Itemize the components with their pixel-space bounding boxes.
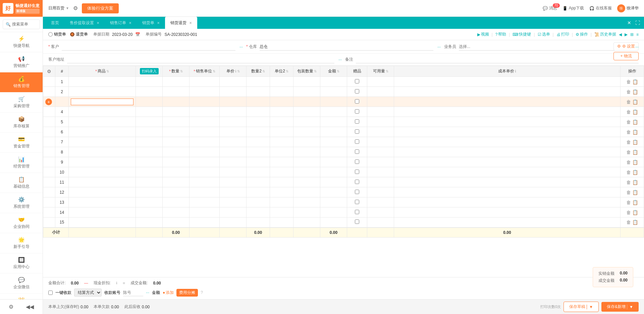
- operate-button[interactable]: ⚙ 操作: [576, 32, 588, 37]
- cell-pack-2[interactable]: [293, 87, 320, 97]
- cell-amount-1[interactable]: [320, 77, 347, 87]
- delete-row-2-button[interactable]: 🗑: [626, 89, 631, 95]
- view-table-button[interactable]: ⊞: [630, 32, 634, 37]
- fee-split-button[interactable]: 费用分摊: [176, 289, 198, 297]
- sort-qty2-icon[interactable]: ⇅: [262, 69, 265, 73]
- save-draft-button[interactable]: 保存草稿 ▼: [564, 302, 599, 312]
- delete-row-3-button[interactable]: 🗑: [626, 99, 631, 105]
- tab-close-icon[interactable]: ✕: [157, 21, 160, 25]
- user-menu[interactable]: 徐 徐泽华: [617, 4, 639, 12]
- gift-checkbox[interactable]: [355, 180, 359, 184]
- sidebar-item-inventory[interactable]: 📦 库存核算: [0, 113, 43, 133]
- delete-button[interactable]: 🗑: [626, 109, 631, 115]
- cell-gift-2[interactable]: [347, 87, 367, 97]
- sort-product-icon[interactable]: ⇅: [106, 69, 109, 73]
- cell-qty2-1[interactable]: [247, 77, 270, 87]
- settlement-method-select[interactable]: 结算方式: [74, 289, 102, 297]
- warehouse-picker-icon[interactable]: ···: [437, 45, 441, 49]
- add-row-button[interactable]: +: [45, 99, 52, 105]
- tab-sale-price[interactable]: 售价提取设置 ✕: [64, 17, 105, 29]
- copy-button[interactable]: 📋: [632, 139, 638, 145]
- tab-sale-return[interactable]: 销货退货 ✕: [165, 17, 197, 29]
- experience-btn[interactable]: 体验行业方案: [82, 3, 119, 13]
- copy-button[interactable]: 📋: [632, 129, 638, 135]
- print-button[interactable]: 🖨 打印: [556, 32, 569, 37]
- gift-checkbox-2[interactable]: [355, 89, 359, 93]
- salesperson-input[interactable]: [459, 43, 631, 51]
- save-new-button[interactable]: 保存&新增 ▼: [601, 302, 639, 312]
- sidebar-item-purchase[interactable]: 🛒 采购管理: [0, 92, 43, 113]
- address-input[interactable]: [67, 56, 334, 63]
- help-button[interactable]: ? 帮助: [495, 32, 506, 37]
- gift-checkbox[interactable]: [355, 219, 359, 224]
- sidebar-item-enterprise[interactable]: 🤝 企业协同: [0, 213, 43, 233]
- cell-qty2-2[interactable]: [247, 87, 270, 97]
- save-new-arrow-icon[interactable]: ▼: [627, 305, 633, 309]
- delete-button[interactable]: 🗑: [626, 190, 631, 195]
- delete-button[interactable]: 🗑: [626, 160, 631, 165]
- cell-gift-1[interactable]: [347, 77, 367, 87]
- tab-sale-order[interactable]: 销售订单 ✕: [105, 17, 137, 29]
- sort-available-icon[interactable]: ⇅: [386, 69, 388, 73]
- product-input-3[interactable]: [71, 99, 133, 105]
- nav-prev-button[interactable]: ◀: [619, 32, 622, 37]
- message-button[interactable]: 💬 消息 70: [543, 5, 557, 11]
- view-list-button[interactable]: ≡: [636, 32, 639, 37]
- copy-row-1-button[interactable]: 📋: [632, 79, 638, 84]
- settings-button[interactable]: ⚙ ⚙ 设置: [613, 42, 639, 51]
- cell-unit-1[interactable]: [190, 77, 220, 87]
- copy-button[interactable]: 📋: [632, 180, 638, 185]
- cell-price-1[interactable]: [220, 77, 247, 87]
- topbar-gear-button[interactable]: ⚙: [73, 5, 78, 11]
- calendar-icon[interactable]: 📅: [135, 32, 140, 37]
- gift-checkbox[interactable]: [355, 119, 359, 124]
- cell-qty-3[interactable]: [163, 97, 190, 107]
- select-button[interactable]: ☑ 选单: [538, 32, 550, 37]
- sidebar-item-app-center[interactable]: 🔲 应用中心: [0, 253, 43, 273]
- app-download-button[interactable]: 📱 App下载: [562, 5, 584, 11]
- gift-checkbox-1[interactable]: [355, 79, 359, 83]
- cell-pack-1[interactable]: [293, 77, 320, 87]
- gift-checkbox[interactable]: [355, 210, 359, 214]
- delete-button[interactable]: 🗑: [626, 170, 631, 175]
- cell-product-3[interactable]: [69, 97, 136, 107]
- shortcut-button[interactable]: ⌨ 快捷键: [513, 32, 531, 37]
- sidebar-item-system[interactable]: ⚙️ 系统管理: [0, 193, 43, 213]
- gift-checkbox[interactable]: [355, 129, 359, 134]
- sidebar-item-sales-mgmt[interactable]: 💰 销售管理: [0, 72, 43, 92]
- add-fee-button[interactable]: ● 添加: [163, 290, 174, 296]
- tab-home[interactable]: 首页: [46, 17, 64, 29]
- sort-qty-icon[interactable]: ⇅: [180, 69, 183, 73]
- warehouse-input[interactable]: [260, 43, 433, 51]
- sort-unit2-icon[interactable]: ⇅: [286, 69, 288, 73]
- cell-product-1[interactable]: [69, 77, 136, 87]
- gift-checkbox-3[interactable]: [355, 99, 359, 104]
- customer-picker-icon[interactable]: ···: [239, 45, 243, 49]
- sort-amount-icon[interactable]: ⇅: [337, 69, 339, 73]
- nav-next-button[interactable]: ▶: [625, 32, 628, 37]
- tab-close-icon[interactable]: ✕: [129, 21, 131, 25]
- copy-button[interactable]: 📋: [632, 109, 638, 115]
- scan-entry-button[interactable]: 扫码录入: [140, 68, 159, 74]
- cell-cost-3[interactable]: [394, 97, 621, 107]
- sidebar-settings-button[interactable]: ⚙: [7, 302, 15, 311]
- gift-checkbox[interactable]: [355, 109, 359, 114]
- cell-unit2-1[interactable]: [270, 77, 293, 87]
- sidebar-item-wechat[interactable]: 💬 企业微信: [0, 273, 43, 294]
- sidebar-item-operations[interactable]: 📊 经营管理: [0, 153, 43, 173]
- sidebar-item-member[interactable]: 👑 畅会员: [0, 294, 43, 299]
- delete-button[interactable]: 🗑: [626, 210, 631, 215]
- industry-dropdown[interactable]: 日用百货 ▼: [48, 5, 69, 11]
- history-button[interactable]: 📜 历史单据: [594, 32, 616, 37]
- copy-button[interactable]: 📋: [632, 160, 638, 165]
- gift-checkbox[interactable]: [355, 190, 359, 194]
- gift-checkbox[interactable]: [355, 170, 359, 174]
- cell-unit2-3[interactable]: [270, 97, 293, 107]
- delete-button[interactable]: 🗑: [626, 139, 631, 145]
- cell-unit-2[interactable]: [190, 87, 220, 97]
- cell-price-3[interactable]: [220, 97, 247, 107]
- sidebar-collapse-button[interactable]: ◀◀: [24, 302, 35, 311]
- copy-row-2-button[interactable]: 📋: [632, 89, 638, 95]
- close-all-tabs-button[interactable]: ✕: [626, 19, 633, 26]
- account-input[interactable]: [123, 289, 143, 296]
